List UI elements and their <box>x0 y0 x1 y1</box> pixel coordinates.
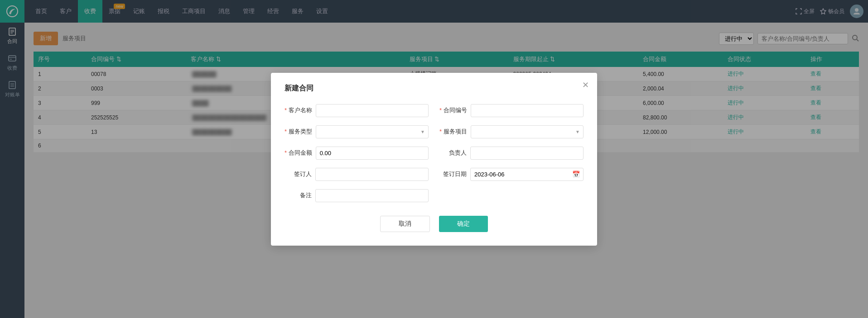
sign-date-input[interactable] <box>470 168 583 181</box>
form-row-4: 签订人 签订日期 📅 <box>285 168 583 181</box>
form-row-2: 服务类型 服务项目 <box>285 125 583 138</box>
field-signer: 签订人 <box>285 168 429 181</box>
sign-date-label: 签订日期 <box>439 170 467 178</box>
calendar-icon[interactable]: 📅 <box>572 171 580 178</box>
cancel-button[interactable]: 取消 <box>380 216 430 232</box>
signer-label: 签订人 <box>285 170 312 178</box>
service-item-select-wrapper <box>471 125 583 138</box>
service-item-form-label: 服务项目 <box>439 128 467 136</box>
field-contract-no: 合同编号 <box>439 104 583 117</box>
service-type-select[interactable] <box>316 125 429 138</box>
service-type-label: 服务类型 <box>285 128 312 136</box>
field-service-type: 服务类型 <box>285 125 429 138</box>
form-row-3: 合同金额 负责人 <box>285 147 583 160</box>
remark-input[interactable] <box>315 189 429 202</box>
form-row-5: 备注 <box>285 189 583 202</box>
client-name-input[interactable] <box>316 104 429 117</box>
amount-label: 合同金额 <box>285 149 312 157</box>
client-name-label: 客户名称 <box>285 106 312 114</box>
service-item-select[interactable] <box>471 125 583 138</box>
field-remark: 备注 <box>285 189 429 202</box>
amount-input[interactable] <box>316 147 429 160</box>
modal-footer: 取消 确定 <box>285 216 583 232</box>
responsible-input[interactable] <box>470 147 583 160</box>
contract-no-input[interactable] <box>471 104 583 117</box>
field-sign-date: 签订日期 📅 <box>439 168 583 181</box>
confirm-button[interactable]: 确定 <box>439 216 488 232</box>
service-type-select-wrapper <box>316 125 429 138</box>
field-amount: 合同金额 <box>285 147 429 160</box>
sign-date-wrapper: 📅 <box>470 168 583 181</box>
field-client-name: 客户名称 <box>285 104 429 117</box>
field-responsible: 负责人 <box>439 147 583 160</box>
modal-overlay[interactable]: 新建合同 ✕ 客户名称 合同编号 服务类型 服务项目 <box>0 0 868 318</box>
remark-label: 备注 <box>285 191 312 199</box>
modal-title: 新建合同 <box>285 84 583 93</box>
modal-close-button[interactable]: ✕ <box>582 80 589 90</box>
form-row-1: 客户名称 合同编号 <box>285 104 583 117</box>
contract-no-label: 合同编号 <box>439 106 467 114</box>
new-contract-modal: 新建合同 ✕ 客户名称 合同编号 服务类型 服务项目 <box>271 73 597 246</box>
responsible-label: 负责人 <box>439 149 467 157</box>
signer-input[interactable] <box>315 168 429 181</box>
field-service-item: 服务项目 <box>439 125 583 138</box>
